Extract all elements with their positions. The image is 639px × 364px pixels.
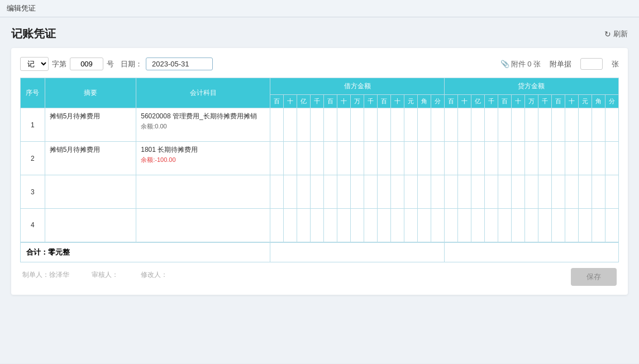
debit-digit-cell[interactable] <box>364 209 378 242</box>
credit-digit-cell[interactable] <box>565 108 578 142</box>
debit-digit-cell[interactable] <box>391 209 404 242</box>
credit-digit-cell[interactable] <box>578 209 592 242</box>
debit-digit-cell[interactable] <box>391 175 404 209</box>
account-cell[interactable]: 56020008 管理费用_长期待摊费用摊销余额:0.00 <box>136 108 270 142</box>
debit-digit-cell[interactable] <box>364 108 378 142</box>
debit-digit-cell[interactable] <box>351 142 364 175</box>
credit-digit-cell[interactable] <box>538 108 551 142</box>
debit-digit-cell[interactable] <box>417 142 431 175</box>
credit-digit-cell[interactable] <box>538 142 551 175</box>
debit-digit-cell[interactable] <box>337 175 351 209</box>
voucher-number-input[interactable] <box>70 58 103 70</box>
debit-digit-cell[interactable] <box>311 142 324 175</box>
debit-digit-cell[interactable] <box>378 209 391 242</box>
debit-digit-cell[interactable] <box>324 209 337 242</box>
summary-cell[interactable] <box>45 209 136 242</box>
debit-digit-cell[interactable] <box>311 108 324 142</box>
debit-digit-cell[interactable] <box>351 108 364 142</box>
credit-digit-cell[interactable] <box>511 209 524 242</box>
credit-digit-cell[interactable] <box>498 209 511 242</box>
credit-digit-cell[interactable] <box>578 108 592 142</box>
debit-digit-cell[interactable] <box>404 108 418 142</box>
debit-digit-cell[interactable] <box>431 175 444 209</box>
credit-digit-cell[interactable] <box>605 175 618 209</box>
summary-cell[interactable]: 摊销5月待摊费用 <box>45 108 136 142</box>
debit-digit-cell[interactable] <box>378 142 391 175</box>
credit-digit-cell[interactable] <box>511 142 524 175</box>
credit-digit-cell[interactable] <box>592 108 605 142</box>
debit-digit-cell[interactable] <box>404 175 418 209</box>
save-button[interactable]: 保存 <box>571 268 617 286</box>
debit-digit-cell[interactable] <box>311 209 324 242</box>
credit-digit-cell[interactable] <box>565 175 578 209</box>
credit-digit-cell[interactable] <box>511 175 524 209</box>
debit-digit-cell[interactable] <box>270 209 284 242</box>
credit-digit-cell[interactable] <box>457 108 471 142</box>
zhang-input[interactable] <box>580 58 603 70</box>
credit-digit-cell[interactable] <box>484 175 498 209</box>
credit-digit-cell[interactable] <box>538 175 551 209</box>
debit-digit-cell[interactable] <box>324 142 337 175</box>
debit-digit-cell[interactable] <box>364 142 378 175</box>
debit-digit-cell[interactable] <box>417 209 431 242</box>
debit-digit-cell[interactable] <box>284 175 297 209</box>
credit-digit-cell[interactable] <box>592 142 605 175</box>
credit-digit-cell[interactable] <box>444 209 457 242</box>
credit-digit-cell[interactable] <box>484 108 498 142</box>
credit-digit-cell[interactable] <box>524 209 538 242</box>
debit-digit-cell[interactable] <box>404 142 418 175</box>
credit-digit-cell[interactable] <box>565 209 578 242</box>
account-cell[interactable]: 1801 长期待摊费用余额:-100.00 <box>136 142 270 175</box>
credit-digit-cell[interactable] <box>511 108 524 142</box>
attachment-link[interactable]: 📎 附件 0 张 <box>500 59 541 69</box>
credit-digit-cell[interactable] <box>484 142 498 175</box>
debit-digit-cell[interactable] <box>431 209 444 242</box>
credit-digit-cell[interactable] <box>551 175 565 209</box>
debit-digit-cell[interactable] <box>351 175 364 209</box>
credit-digit-cell[interactable] <box>524 175 538 209</box>
debit-digit-cell[interactable] <box>297 209 311 242</box>
credit-digit-cell[interactable] <box>471 108 484 142</box>
credit-digit-cell[interactable] <box>471 209 484 242</box>
debit-digit-cell[interactable] <box>284 209 297 242</box>
debit-digit-cell[interactable] <box>391 142 404 175</box>
credit-digit-cell[interactable] <box>605 142 618 175</box>
debit-digit-cell[interactable] <box>297 142 311 175</box>
credit-digit-cell[interactable] <box>524 142 538 175</box>
credit-digit-cell[interactable] <box>498 108 511 142</box>
credit-digit-cell[interactable] <box>498 175 511 209</box>
debit-digit-cell[interactable] <box>284 108 297 142</box>
credit-digit-cell[interactable] <box>484 209 498 242</box>
credit-digit-cell[interactable] <box>605 209 618 242</box>
credit-digit-cell[interactable] <box>538 209 551 242</box>
debit-digit-cell[interactable] <box>391 108 404 142</box>
debit-digit-cell[interactable] <box>270 175 284 209</box>
voucher-type-select[interactable]: 记 <box>20 57 49 71</box>
credit-digit-cell[interactable] <box>498 142 511 175</box>
dan-label[interactable]: 附单据 <box>550 59 571 69</box>
debit-digit-cell[interactable] <box>351 209 364 242</box>
debit-digit-cell[interactable] <box>270 108 284 142</box>
credit-digit-cell[interactable] <box>457 175 471 209</box>
debit-digit-cell[interactable] <box>378 175 391 209</box>
credit-digit-cell[interactable] <box>578 142 592 175</box>
credit-digit-cell[interactable] <box>578 175 592 209</box>
debit-digit-cell[interactable] <box>431 142 444 175</box>
debit-digit-cell[interactable] <box>337 142 351 175</box>
debit-digit-cell[interactable] <box>378 108 391 142</box>
debit-digit-cell[interactable] <box>337 209 351 242</box>
debit-digit-cell[interactable] <box>364 175 378 209</box>
account-cell[interactable] <box>136 209 270 242</box>
credit-digit-cell[interactable] <box>592 175 605 209</box>
debit-digit-cell[interactable] <box>417 175 431 209</box>
credit-digit-cell[interactable] <box>471 175 484 209</box>
debit-digit-cell[interactable] <box>284 142 297 175</box>
summary-cell[interactable] <box>45 175 136 209</box>
account-cell[interactable] <box>136 175 270 209</box>
debit-digit-cell[interactable] <box>297 175 311 209</box>
debit-digit-cell[interactable] <box>311 175 324 209</box>
credit-digit-cell[interactable] <box>444 175 457 209</box>
debit-digit-cell[interactable] <box>270 142 284 175</box>
debit-digit-cell[interactable] <box>324 108 337 142</box>
credit-digit-cell[interactable] <box>605 108 618 142</box>
